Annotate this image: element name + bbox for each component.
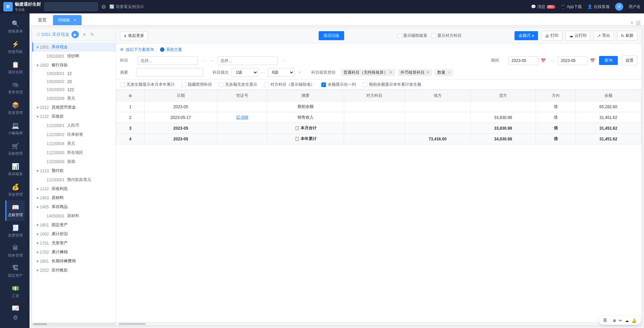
sidebar-item-settings[interactable]: ⚙ [10,311,20,325]
cb-show-aux-box[interactable] [397,34,402,38]
tree-item-1012[interactable]: ▾ 1012其他货币资金 [32,103,116,112]
tree-item-11220002[interactable]: 11220002往来标签 [32,130,116,139]
tree-item-1001[interactable]: ▾ 1001库存现金 [32,43,116,52]
tree-expand-icon[interactable]: ▾ [37,205,39,209]
cb-box-5[interactable] [363,82,367,87]
sidebar-item-搜索菜单[interactable]: 🔍 搜索菜单 [5,17,24,37]
edit-icon[interactable]: ✎ [89,31,96,38]
tree-item-10020002[interactable]: 1002000223 [32,78,116,86]
summary-input[interactable] [136,68,203,77]
sidebar-item-固定资产[interactable]: 🏗 固定资产 [5,261,24,281]
level-end-select[interactable]: 6级5级4级 [268,68,294,77]
top-search-input[interactable] [44,2,98,11]
cb-box-0[interactable] [120,82,125,87]
sidebar-item-批发管理[interactable]: 📦 批发管理 [5,98,24,119]
td-2[interactable]: 记-006 [217,112,267,123]
checkbox-item-5[interactable]: 期初余额显示本年累计发生额 [363,82,421,87]
tab-maximize-icon[interactable]: ⬜ [636,20,641,25]
checkbox-item-3[interactable]: 对方科目（显示辅助项） [264,82,315,87]
edit-btn[interactable]: ✏ [619,318,622,323]
tree-item-1122[interactable]: ▾ 1122应收款 [32,112,116,121]
tab-close-btn[interactable]: ✕ [73,18,76,22]
messages-btn[interactable]: 💬 消息 99+ [531,4,555,10]
date-end[interactable] [558,56,588,65]
print-btn[interactable]: 🖨 打印 [541,31,562,41]
calendar-icon2[interactable]: 📅 [590,58,595,63]
tree-expand-icon[interactable]: ▾ [37,63,39,68]
subject-input[interactable] [138,56,198,65]
query-btn[interactable]: 查询 [599,56,618,65]
tree-expand-icon[interactable]: ▾ [37,241,39,246]
sidebar-item-发票管理[interactable]: 🧾 发票管理 [5,221,24,241]
voucher-link[interactable]: 记-006 [236,115,248,120]
tree-item-1701[interactable]: ▾ 1701无形资产 [32,239,116,248]
setting-btn[interactable]: 设置 [622,56,637,65]
tree-item-10020003[interactable]: 10020003122 [32,86,116,94]
sidebar-item-经营管理[interactable]: 📈 经营管理 [5,302,24,311]
type-tag2-close[interactable]: ✕ [426,70,429,75]
checkbox-item-1[interactable]: 隐藏禁用科目 [181,82,212,87]
notification-btn[interactable]: 🔔 [632,318,637,323]
demo-btn[interactable]: 🔄 我要看实例演示 [109,4,144,10]
list-view-icon[interactable]: ≡ [81,31,88,38]
tree-expand-icon[interactable]: ▾ [37,232,39,237]
refresh-btn[interactable]: ↻ 刷新 [617,31,637,41]
tree-item-10020006[interactable]: 10020006美元 [32,94,116,103]
cloud-btn[interactable]: ☁ [625,318,629,323]
date-start[interactable] [508,56,539,65]
tab-minimize-icon[interactable]: ✕ [630,20,634,25]
sidebar-item-资金管理[interactable]: 💰 资金管理 [5,180,24,200]
sidebar-item-总账管理[interactable]: 📖 总账管理 [5,200,24,221]
tree-item-1123[interactable]: ▾ 1123预付款 [32,166,116,175]
account-nav-arrow[interactable]: ▶ [71,31,79,38]
tree-expand-icon[interactable]: ▾ [37,105,39,110]
cb-box-3[interactable] [264,82,269,87]
tree-expand-icon[interactable]: ▾ [37,187,39,191]
tree-expand-icon[interactable]: ▾ [37,259,39,264]
sidebar-item-工资[interactable]: 💵 工资 [5,281,24,302]
tree-expand-icon[interactable]: ▾ [37,196,39,200]
sidebar-item-快捷导航[interactable]: ⚡ 快捷导航 [5,37,24,58]
cb-show-opposite-box[interactable] [431,34,436,38]
type-dropdown-icon[interactable]: ▾ [448,70,450,75]
h-scroll-bar[interactable] [116,322,641,325]
scheme-name-btn[interactable]: 🔵 系统方案 [160,47,182,53]
sidebar-item-税务管理[interactable]: 🏛 税务管理 [5,241,24,261]
sidebar-item-库存核算[interactable]: 📊 库存核算 [5,159,24,180]
tree-item-10020001[interactable]: 1002000112 [32,70,116,78]
app-download-btn[interactable]: 📱 App下载 [560,4,582,10]
cb-box-4[interactable]: ✓ [321,82,326,87]
calendar-icon[interactable]: 📅 [541,58,546,63]
tree-item-1602[interactable]: ▾ 1602累计折旧 [32,229,116,239]
cb-box-2[interactable] [219,82,223,87]
online-service-btn[interactable]: 👤 在线客服 [587,4,610,10]
cb-show-aux[interactable]: 显示辅助核算 [397,33,427,39]
cb-box-1[interactable] [181,82,186,87]
tree-item-1132[interactable]: ▾ 1132应收利息 [32,184,116,193]
tree-item-1002[interactable]: ▾ 1002银行存款 [32,61,116,70]
expand-more-btn[interactable]: ∧ 收起更多 [120,31,148,40]
sidebar-item-项目合同[interactable]: 📋 项目合同 [5,58,24,78]
lang-btn[interactable]: 英 [603,318,607,323]
tree-item-11220001[interactable]: 11220001人民币 [32,121,116,130]
subject-input2[interactable] [217,56,278,65]
add-btn[interactable]: ⊕ [613,318,616,323]
checkbox-item-4[interactable]: ✓余额显示在一列 [321,82,356,87]
amount-mode-btn[interactable]: 金额式 ▾ [515,31,538,40]
tree-item-11230001[interactable]: 11230001预付款款美元 [32,175,116,184]
checkbox-item-2[interactable]: 无余额无发生显示 [219,82,257,87]
tree-item-10010001[interactable]: 10010001现钞啊 [32,52,116,61]
sidebar-item-小畅电商[interactable]: 💻 小畅电商 [5,119,24,139]
tree-item-11220004[interactable]: 11220004美元 [32,139,116,148]
tree-item-11220005[interactable]: 11220005所在地区 [32,148,116,157]
h-scroll-thumb[interactable] [119,323,146,325]
tree-item-2202[interactable]: ▾ 2202应付账款 [32,266,116,275]
tree-item-14050001[interactable]: 14050001原材料 [32,211,116,220]
tree-item-1801[interactable]: ▾ 1801长期待摊费用 [32,257,116,266]
tree-item-1403[interactable]: ▾ 1403原材料 [32,193,116,202]
tree-item-11220006[interactable]: 11220006游戏 [32,157,116,166]
tab-detail[interactable]: 明细账 ✕ [53,15,82,25]
export-btn[interactable]: ↗ 导出 [594,31,614,41]
tree-scroll-thumb[interactable] [34,323,47,325]
cloud-print-btn[interactable]: ☁ 云打印 [566,31,590,41]
